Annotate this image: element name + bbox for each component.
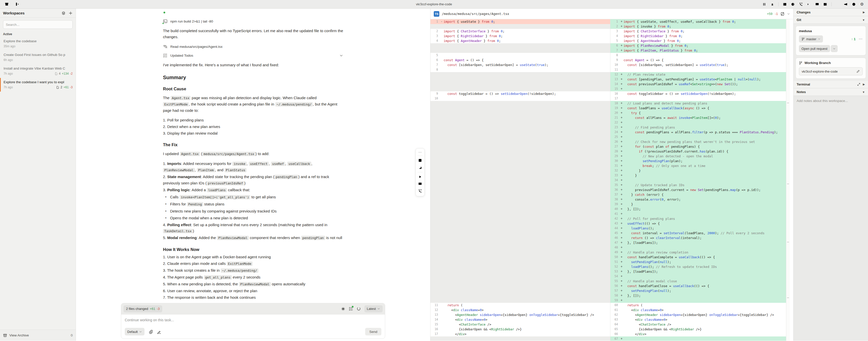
tool-call-read[interactable]: Read medusa/src/pages/Agent.tsx xyxy=(163,44,343,49)
section-git[interactable]: Git ▼ xyxy=(794,16,868,24)
send-button[interactable]: Send xyxy=(365,328,381,335)
diff-row: 44+ loadPlans(); xyxy=(610,226,786,231)
hide-whitespace-icon[interactable] xyxy=(780,12,784,16)
chat-heading: Summary xyxy=(163,74,343,81)
section-changes[interactable]: Changes ▶ xyxy=(794,9,868,16)
chat-panel: npm run build 2>&1 | tail -80 The build … xyxy=(76,9,430,341)
workspaces-sidebar: Workspaces Active Explore the codebase 3… xyxy=(0,9,76,341)
todo-list-icon[interactable] xyxy=(349,307,353,311)
chat-input[interactable] xyxy=(125,318,381,322)
sparkle-icon[interactable] xyxy=(341,307,345,311)
diff-row xyxy=(430,236,610,240)
edit-pencil-icon[interactable] xyxy=(856,69,860,73)
diff-row: 39+ } xyxy=(610,202,786,207)
diff-row: 20+ try { xyxy=(610,111,786,115)
branch-selector[interactable]: master xyxy=(799,35,823,42)
chevron-down-icon: ▼ xyxy=(862,19,865,22)
tool-call-todos[interactable]: Updated Todos xyxy=(163,53,343,58)
diff-row: 3import { RightSidebar } from 0; xyxy=(430,34,610,38)
pause-icon[interactable] xyxy=(761,1,768,7)
diff-row xyxy=(430,250,610,255)
workspace-item[interactable]: Install and integrate Vibe Kanban Web C … xyxy=(0,64,76,78)
theme-icon[interactable] xyxy=(789,1,796,7)
diff-row xyxy=(430,274,610,279)
diff-row: 22+ xyxy=(610,120,786,125)
diff-row: 62 <AgentHeader sidebarOpen={sidebarOpen… xyxy=(610,312,786,317)
diff-row xyxy=(430,77,610,82)
workspace-time: 35m ago xyxy=(4,44,16,48)
diff-row xyxy=(430,178,610,183)
git-branch-icon[interactable] xyxy=(416,187,424,194)
copy-icon[interactable] xyxy=(416,164,424,171)
diff-overview-ruler[interactable] xyxy=(786,19,790,341)
diff-row: 12 <div className=0> xyxy=(430,308,610,312)
diff-row xyxy=(430,154,610,159)
files-changed-chip[interactable]: 2 files changed +61 -3 xyxy=(123,305,162,312)
diff-row: 14 <div className=0> xyxy=(430,317,610,322)
workspace-item[interactable]: Explore the codebase I want you to expl … xyxy=(0,78,76,92)
diff-row xyxy=(430,144,610,149)
collapse-up-icon[interactable] xyxy=(769,1,776,7)
diff-row: 57+ setPendingPlan(null); xyxy=(610,288,786,293)
chevron-down-icon[interactable] xyxy=(339,54,343,57)
search-input[interactable] xyxy=(3,20,73,29)
terminal-icon[interactable] xyxy=(805,1,813,7)
layers-icon[interactable] xyxy=(61,11,66,15)
ordered-list-item: 3. Polling logic: Added a loadPlans call… xyxy=(163,187,343,193)
diff-row xyxy=(430,192,610,197)
drag-handle-icon[interactable] xyxy=(416,150,424,155)
attach-icon[interactable] xyxy=(149,330,153,334)
diff-row: 3import { ChatInterface } from 0; xyxy=(610,29,786,34)
ordered-list-item: 1. Poll for pending plans xyxy=(163,117,343,123)
ordered-list-item: 7. The response is written back and the … xyxy=(163,294,343,301)
notes-textarea[interactable]: Add notes about this workspace... xyxy=(794,96,868,341)
zen-icon[interactable] xyxy=(416,157,424,164)
panel-right-icon[interactable] xyxy=(822,1,829,7)
help-icon[interactable] xyxy=(850,1,857,7)
diff-row xyxy=(430,240,610,245)
tool-call-terminal[interactable]: npm run build 2>&1 | tail -80 xyxy=(163,19,343,24)
version-label: Latest xyxy=(367,307,376,311)
diff-file-header[interactable]: TS /medusa/medusa/src/pages/Agent.tsx +5… xyxy=(430,9,793,19)
monitor-icon[interactable] xyxy=(416,180,424,187)
menu-icon[interactable] xyxy=(834,1,841,7)
panel-left-icon[interactable] xyxy=(781,1,788,7)
section-terminal[interactable]: Terminal ▶ xyxy=(794,81,868,88)
diff-row xyxy=(430,183,610,187)
workspace-item[interactable]: Explore the codebase 35m ago xyxy=(0,37,76,51)
diff-pane-new: 1+import { useState, useEffect, useRef, … xyxy=(610,19,786,341)
diff-row: 5import { AgentHeader } from 0; xyxy=(610,38,786,43)
ordered-list-item: 1. Imports: Added necessary imports for … xyxy=(163,161,343,173)
diff-row xyxy=(430,207,610,212)
gear-icon[interactable]: ⚙ xyxy=(858,1,865,7)
diff-row: 4import { AgentHeader } from 0; xyxy=(430,38,610,43)
view-archive-button[interactable]: View Archive 0 xyxy=(0,330,76,341)
diff-row xyxy=(430,255,610,259)
pr-dropdown-button[interactable] xyxy=(831,45,838,52)
chat-scroll-area[interactable]: npm run build 2>&1 | tail -80 The build … xyxy=(76,9,430,341)
pen-icon[interactable] xyxy=(157,330,161,334)
collapse-file-icon[interactable] xyxy=(787,12,790,16)
diff-row: 19+ const loadPlans = useCallback(async … xyxy=(610,106,786,111)
mode-label: Default xyxy=(127,330,138,334)
megaphone-icon[interactable] xyxy=(842,1,849,7)
section-notes[interactable]: Notes ▼ xyxy=(794,88,868,96)
diff-row xyxy=(430,284,610,288)
archive-icon[interactable] xyxy=(3,1,10,7)
git-branch-icon[interactable] xyxy=(797,1,804,7)
file-icon xyxy=(55,72,58,75)
diff-row: 13 <AgentHeader sidebarOpen={sidebarOpen… xyxy=(430,312,610,317)
mode-selector[interactable]: Default xyxy=(125,328,145,335)
working-branch-input[interactable]: vk/3ccf-explore-the-code xyxy=(799,67,863,75)
diff-row: 17 </div> xyxy=(430,332,610,336)
expand-icon[interactable] xyxy=(857,83,860,86)
file-icon xyxy=(56,86,59,89)
sign-out-icon[interactable] xyxy=(14,1,21,7)
open-pr-button[interactable]: Open pull request xyxy=(799,45,830,52)
workspace-item[interactable]: Create Good First Issues on Github So p … xyxy=(0,51,76,64)
git-menu-button[interactable]: ⋯ xyxy=(859,37,863,41)
version-selector[interactable]: Latest xyxy=(364,305,383,312)
plus-icon[interactable] xyxy=(69,11,73,15)
monitor-icon[interactable] xyxy=(814,1,821,7)
play-icon[interactable] xyxy=(416,173,424,180)
